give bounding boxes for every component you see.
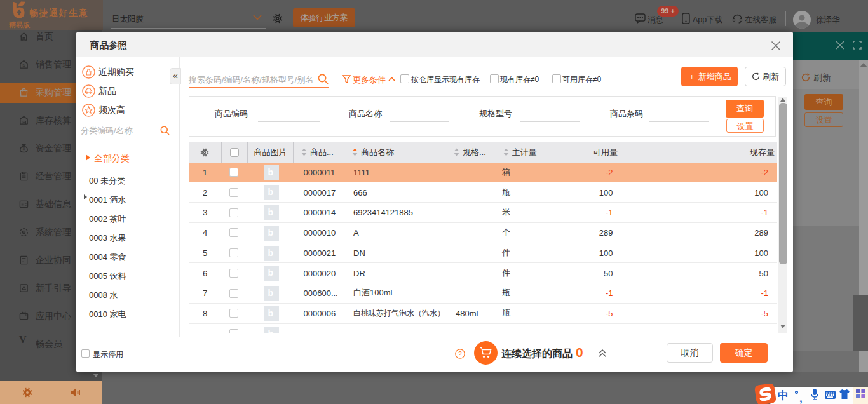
svg-text:$: $ <box>22 62 25 68</box>
svg-text:?: ? <box>458 351 462 358</box>
svg-text:¥: ¥ <box>23 147 25 151</box>
